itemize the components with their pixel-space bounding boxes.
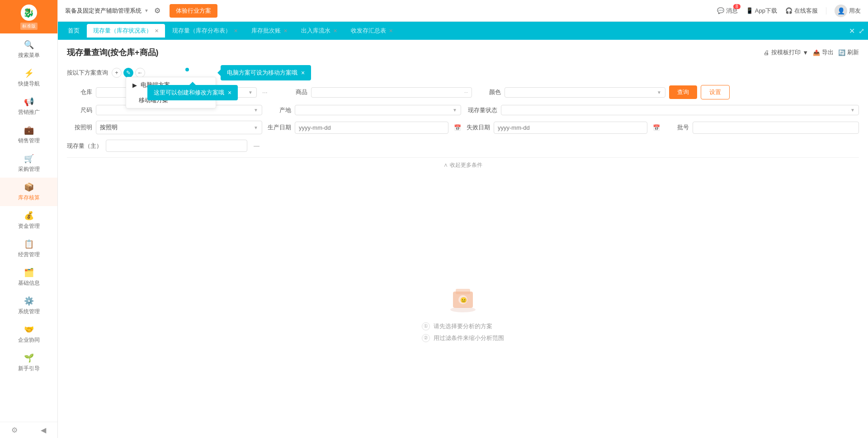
produce-date-input[interactable]	[295, 122, 448, 134]
color-select[interactable]: ▼	[505, 87, 665, 98]
tab-label: 现存量（库存状况表）	[93, 27, 152, 35]
gear-icon[interactable]: ⚙	[154, 6, 160, 15]
tab-close-all-icon[interactable]: ✕	[849, 27, 855, 35]
tab-close-icon[interactable]: ✕	[283, 28, 288, 34]
sidebar-item-inventory[interactable]: 📦 库存核算	[0, 178, 57, 206]
app-icon: 📱	[746, 7, 753, 14]
batch-label: 批号	[664, 123, 689, 132]
tab-label: 收发存汇总表	[351, 27, 386, 35]
nav-icon-management: 📋	[24, 239, 34, 249]
set-button[interactable]: 设置	[701, 85, 730, 99]
dot-connector	[185, 68, 189, 71]
nav-label-search: 搜索菜单	[18, 52, 40, 59]
search-button[interactable]: 查询	[669, 85, 697, 99]
stock-status-select[interactable]: ▼	[501, 105, 859, 115]
warehouse-detail-value: 按照明	[100, 123, 118, 132]
tooltip-create-scheme: 这里可以创建和修改方案哦 ×	[147, 85, 238, 100]
refresh-icon: 🔄	[838, 49, 845, 56]
origin-select[interactable]: ▼	[295, 105, 461, 115]
nav-label-enterprise: 企业协同	[18, 336, 40, 344]
back-scheme-button[interactable]: ←	[135, 68, 145, 78]
message-action[interactable]: 💬 消息 8	[717, 7, 738, 15]
nav-label-marketing: 营销推广	[18, 108, 40, 116]
stock-main-min[interactable]	[106, 140, 247, 152]
top-header: 装备及固定资产辅助管理系统 ▼ ⚙ 体验行业方案 💬 消息 8 📱 App下载 …	[58, 0, 868, 22]
support-action[interactable]: 🎧 在线客服	[785, 7, 818, 15]
sidebar-item-basic[interactable]: 🗂️ 基础信息	[0, 263, 57, 292]
refresh-button[interactable]: 🔄 刷新	[838, 48, 859, 57]
sidebar-item-marketing[interactable]: 📢 营销推广	[0, 92, 57, 121]
goods-select[interactable]: ···	[311, 87, 472, 98]
print-button[interactable]: 🖨 按模板打印 ▼	[764, 48, 808, 57]
filter-header-buttons: + ✎ ←	[112, 68, 145, 78]
app-download-action[interactable]: 📱 App下载	[746, 7, 777, 15]
tab-close-icon[interactable]: ✕	[389, 28, 393, 34]
export-label: 导出	[822, 48, 834, 57]
add-scheme-button[interactable]: +	[112, 68, 122, 78]
settings-icon[interactable]: ⚙	[11, 426, 18, 434]
sidebar-item-finance[interactable]: 💰 资金管理	[0, 206, 57, 235]
nav-label-management: 经营管理	[18, 251, 40, 259]
nav-icon-search: 🔍	[24, 40, 34, 50]
tip-text-2: 用过滤条件来缩小分析范围	[434, 334, 504, 342]
logo-tag: 标准版	[20, 23, 38, 30]
filter-goods: 商品 ···	[282, 87, 472, 98]
sidebar-item-sales[interactable]: 💼 销售管理	[0, 121, 57, 149]
user-avatar[interactable]: 👤 用友	[835, 5, 861, 17]
sidebar-item-purchase[interactable]: 🛒 采购管理	[0, 149, 57, 178]
filter-more-1[interactable]: ···	[260, 89, 278, 96]
stock-main-label: 现存量（主）	[67, 142, 102, 150]
tab-close-icon[interactable]: ✕	[333, 28, 337, 34]
warehouse-detail-label: 按照明	[67, 123, 92, 132]
tab-recv-summary[interactable]: 收发存汇总表 ✕	[344, 24, 399, 38]
tooltip1-close[interactable]: ×	[301, 69, 305, 76]
svg-rect-2	[456, 289, 470, 294]
size-label: 尺码	[67, 106, 92, 114]
system-name: 装备及固定资产辅助管理系统 ▼	[65, 7, 149, 15]
sidebar-item-management[interactable]: 📋 经营管理	[0, 235, 57, 263]
sidebar-item-search[interactable]: 🔍 搜索菜单	[0, 35, 57, 64]
filter-actions: 查询 设置	[669, 85, 859, 99]
tip-num-2: ②	[422, 334, 430, 342]
empty-illustration: 😐	[445, 279, 481, 315]
tab-inout-flow[interactable]: 出入库流水 ✕	[295, 24, 344, 38]
stock-status-label: 现存量状态	[465, 106, 497, 114]
svg-text:😐: 😐	[460, 297, 467, 303]
trial-button[interactable]: 体验行业方案	[170, 4, 217, 18]
user-name: 用友	[849, 7, 861, 15]
expire-date-input[interactable]	[494, 122, 647, 134]
warehouse-label: 仓库	[67, 88, 92, 96]
sidebar-item-enterprise[interactable]: 🤝 企业协同	[0, 320, 57, 349]
nav-label-quick: 快捷导航	[18, 80, 40, 88]
tab-batch-account[interactable]: 库存批次账 ✕	[245, 24, 294, 38]
export-button[interactable]: 📤 导出	[813, 48, 834, 57]
tab-bar: 首页 现存量（库存状况表） ✕ 现存量（库存分布表） ✕ 库存批次账 ✕ 出入库…	[58, 22, 868, 40]
warehouse-detail-select[interactable]: 按照明 ▼	[96, 121, 262, 134]
tab-close-icon[interactable]: ✕	[155, 28, 159, 34]
batch-input[interactable]	[693, 122, 859, 134]
filter-warehouse-detail: 按照明 按照明 ▼	[67, 121, 262, 134]
system-dropdown-icon[interactable]: ▼	[144, 8, 149, 13]
origin-dropdown-icon: ▼	[453, 108, 457, 113]
sidebar-item-newbie[interactable]: 🌱 新手引导	[0, 349, 57, 377]
tab-label: 现存量（库存分布表）	[172, 27, 231, 35]
tab-close-icon[interactable]: ✕	[234, 28, 238, 34]
nav-label-newbie: 新手引导	[18, 365, 40, 372]
calendar-icon-expire[interactable]: 📅	[653, 124, 660, 131]
collapse-bar[interactable]: ∧ 收起更多条件	[67, 157, 859, 173]
calendar-icon-produce[interactable]: 📅	[454, 124, 461, 131]
tab-home[interactable]: 首页	[61, 24, 86, 38]
support-label: 在线客服	[794, 7, 818, 15]
collapse-sidebar-icon[interactable]: ◀	[41, 426, 46, 434]
tooltip2-close[interactable]: ×	[228, 89, 231, 96]
support-icon: 🎧	[785, 7, 793, 14]
sidebar-item-system[interactable]: ⚙️ 系统管理	[0, 292, 57, 320]
nav-icon-sales: 💼	[24, 125, 34, 135]
tab-maximize-icon[interactable]: ⤢	[859, 27, 864, 35]
tab-inventory-dist[interactable]: 现存量（库存分布表） ✕	[166, 24, 244, 38]
tab-inventory-status[interactable]: 现存量（库存状况表） ✕	[87, 24, 165, 38]
print-icon: 🖨	[764, 49, 769, 56]
edit-scheme-button[interactable]: ✎	[123, 68, 133, 78]
sidebar: 🐉 标准版 🔍 搜索菜单 ⚡ 快捷导航 📢 营销推广 💼 销售管理 🛒 采购管理…	[0, 0, 58, 438]
sidebar-item-quick[interactable]: ⚡ 快捷导航	[0, 64, 57, 92]
